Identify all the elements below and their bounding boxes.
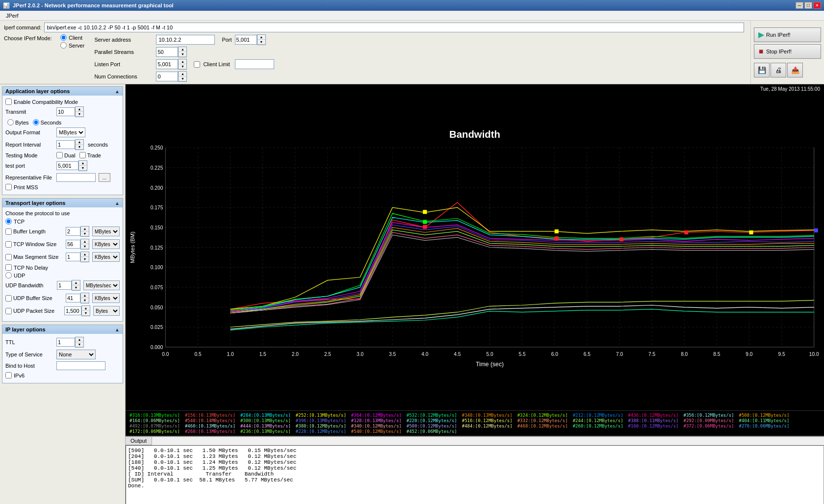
client-radio[interactable] <box>60 34 67 41</box>
client-radio-label[interactable]: Client <box>60 34 84 41</box>
tcp-radio[interactable] <box>5 218 12 225</box>
bytes-radio-label[interactable]: Bytes <box>7 119 29 126</box>
run-iperf-button[interactable]: ▶ Run IPerf! <box>754 27 821 42</box>
compat-checkbox[interactable] <box>5 99 12 105</box>
udp-buf-label[interactable]: UDP Buffer Size <box>5 295 64 302</box>
transmit-down[interactable]: ▼ <box>76 112 83 117</box>
buffer-input[interactable] <box>66 227 80 236</box>
udp-pkt-label[interactable]: UDP Packet Size <box>5 308 62 314</box>
max-seg-label[interactable]: Max Segment Size <box>5 254 64 260</box>
port-up[interactable]: ▲ <box>258 35 265 40</box>
udp-bw-up[interactable]: ▲ <box>72 280 80 285</box>
transmit-input[interactable] <box>56 107 75 116</box>
save-chart-button[interactable]: 💾 <box>754 63 770 77</box>
window-size-checkbox[interactable] <box>5 241 12 248</box>
server-radio-label[interactable]: Server <box>60 42 84 49</box>
udp-buf-input[interactable] <box>66 294 80 302</box>
udp-pkt-input[interactable] <box>64 306 81 315</box>
output-tab[interactable]: Output <box>126 437 152 445</box>
maximize-button[interactable]: □ <box>804 2 812 9</box>
print-mss-checkbox[interactable] <box>5 184 12 190</box>
ipv6-checkbox[interactable] <box>5 372 12 378</box>
max-seg-down[interactable]: ▼ <box>81 257 89 262</box>
export-button[interactable]: 📤 <box>787 63 803 77</box>
udp-buf-up[interactable]: ▲ <box>81 293 89 298</box>
udp-pkt-unit-select[interactable]: BytesKBytes <box>93 306 120 316</box>
udp-radio[interactable] <box>5 272 12 278</box>
rep-file-input[interactable] <box>56 173 96 182</box>
udp-pkt-checkbox[interactable] <box>5 308 12 314</box>
output-format-select[interactable]: MBytesKBytesBitsKBitsMBits <box>56 127 85 137</box>
trade-checkbox[interactable] <box>79 152 86 158</box>
report-up[interactable]: ▲ <box>76 140 83 145</box>
parallel-down[interactable]: ▼ <box>179 52 186 57</box>
udp-bw-down[interactable]: ▼ <box>72 285 80 290</box>
udp-bw-unit-select[interactable]: MBytes/secKBytes/sec <box>83 280 120 290</box>
parallel-up[interactable]: ▲ <box>179 47 186 52</box>
parallel-input[interactable] <box>156 47 178 57</box>
window-size-label[interactable]: TCP Window Size <box>5 241 64 248</box>
test-port-up[interactable]: ▲ <box>79 161 87 166</box>
bytes-radio[interactable] <box>7 119 14 126</box>
report-down[interactable]: ▼ <box>76 145 83 150</box>
ttl-input[interactable] <box>56 338 75 347</box>
listen-up[interactable]: ▲ <box>179 59 186 64</box>
minimize-button[interactable]: ─ <box>796 2 803 9</box>
tos-select[interactable]: None <box>56 350 96 359</box>
buffer-up[interactable]: ▲ <box>81 227 89 231</box>
ttl-up[interactable]: ▲ <box>76 337 83 342</box>
port-down[interactable]: ▼ <box>258 40 265 45</box>
dual-checkbox[interactable] <box>56 152 63 158</box>
udp-bw-input[interactable] <box>57 281 72 290</box>
client-limit-checkbox[interactable] <box>194 61 200 68</box>
close-button[interactable]: ✕ <box>813 2 821 9</box>
command-input[interactable] <box>44 23 744 32</box>
report-input[interactable] <box>56 140 75 149</box>
seconds-radio-label[interactable]: Seconds <box>33 119 62 126</box>
buffer-unit-select[interactable]: MBytesKBytes <box>92 227 120 236</box>
client-limit-input[interactable] <box>235 59 274 69</box>
menu-jperf[interactable]: JPerf <box>2 12 23 20</box>
buffer-down[interactable]: ▼ <box>81 231 89 236</box>
ttl-down[interactable]: ▼ <box>76 342 83 347</box>
port-input[interactable] <box>235 35 257 45</box>
listen-down[interactable]: ▼ <box>179 64 186 69</box>
transport-layer-header[interactable]: Transport layer options ▲ <box>2 199 123 207</box>
server-address-input[interactable] <box>156 35 215 45</box>
output-content[interactable]: [590] 0.0-10.1 sec 1.50 MBytes 0.15 MByt… <box>126 445 824 504</box>
bind-host-input[interactable] <box>56 361 105 370</box>
max-seg-up[interactable]: ▲ <box>81 252 89 257</box>
max-seg-checkbox[interactable] <box>5 254 12 260</box>
window-up[interactable]: ▲ <box>81 239 89 244</box>
print-button[interactable]: 🖨 <box>771 63 786 77</box>
dual-label[interactable]: Dual <box>56 152 76 158</box>
window-input[interactable] <box>66 240 80 249</box>
trade-label[interactable]: Trade <box>79 152 101 158</box>
test-port-input[interactable] <box>56 161 78 170</box>
udp-buf-unit-select[interactable]: KBytesMBytes <box>92 293 120 303</box>
max-seg-input[interactable] <box>66 252 80 261</box>
buffer-length-label[interactable]: Buffer Length <box>5 228 64 235</box>
server-radio[interactable] <box>60 42 67 49</box>
ip-collapse[interactable]: ▲ <box>115 327 120 332</box>
browse-button[interactable]: ... <box>99 173 110 182</box>
num-conn-input[interactable] <box>156 72 178 81</box>
udp-pkt-down[interactable]: ▼ <box>82 311 90 316</box>
no-delay-checkbox[interactable] <box>5 264 12 271</box>
listen-port-input[interactable] <box>156 59 178 69</box>
transmit-up[interactable]: ▲ <box>76 107 83 112</box>
stop-iperf-button[interactable]: ⏹ Stop IPerf! <box>754 44 821 59</box>
seconds-radio[interactable] <box>33 119 39 126</box>
transport-collapse[interactable]: ▲ <box>115 201 120 206</box>
window-unit-select[interactable]: KBytesMBytes <box>92 239 120 249</box>
num-conn-down[interactable]: ▼ <box>179 76 186 81</box>
udp-buf-checkbox[interactable] <box>5 295 12 302</box>
buffer-length-checkbox[interactable] <box>5 228 12 235</box>
test-port-down[interactable]: ▼ <box>79 166 87 171</box>
window-down[interactable]: ▼ <box>81 244 89 249</box>
max-seg-unit-select[interactable]: KBytesMBytes <box>92 252 120 262</box>
ip-layer-header[interactable]: IP layer options ▲ <box>2 325 123 334</box>
app-layer-collapse[interactable]: ▲ <box>115 89 120 94</box>
num-conn-up[interactable]: ▲ <box>179 72 186 76</box>
app-layer-header[interactable]: Application layer options ▲ <box>2 87 123 96</box>
